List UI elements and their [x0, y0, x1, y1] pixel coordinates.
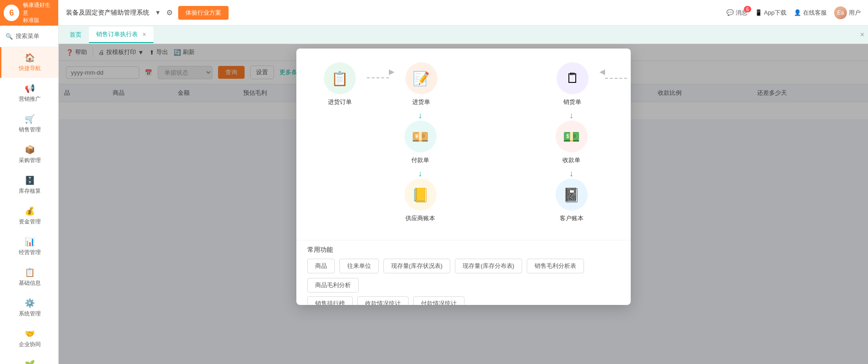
- common-btn-inventory-dist[interactable]: 现存量(库存分布表): [455, 259, 522, 273]
- flow-node-receipt-bill: 💵 收款单: [546, 120, 597, 164]
- home-icon: 🏠: [25, 53, 35, 63]
- sidebar-item-enterprise[interactable]: 🤝 企业协同: [0, 323, 58, 354]
- search-menu-button[interactable]: 🔍 搜索菜单: [4, 29, 55, 43]
- sidebar-item-operations[interactable]: 📊 经营管理: [0, 231, 58, 262]
- common-btn-sales-rank[interactable]: 销售排行榜: [307, 296, 353, 305]
- sales-bill-circle: 🗒: [557, 62, 589, 94]
- sidebar-item-inventory[interactable]: 🗄️ 库存核算: [0, 170, 58, 201]
- online-service-button[interactable]: 👤 在线客服: [794, 9, 827, 17]
- common-btn-inventory-status[interactable]: 现存量(库存状况表): [383, 259, 451, 273]
- sidebar-search-section: 🔍 搜索菜单: [0, 26, 58, 47]
- flow-node-sales-order: 📄 销售订单: [629, 62, 631, 106]
- customer-ledger-circle: 📓: [556, 179, 588, 211]
- logo-text: 畅康通好生意 标准版: [23, 1, 55, 24]
- payment-bill-circle: 💴: [404, 120, 437, 152]
- flow-row-1: 📋 进货订单 ▶: [315, 62, 612, 106]
- system-icon: ⚙️: [25, 298, 35, 308]
- purchase-order-circle: 📋: [324, 62, 356, 94]
- sidebar-item-newbie[interactable]: 🌱 新手引导: [0, 354, 58, 364]
- flow-node-supplier-ledger: 📒 供应商账本: [395, 179, 446, 223]
- sidebar-nav: 🏠 快捷导航 📢 营销推广 🛒 销售管理 📦 采购管理 🗄️ 库存核算 💰: [0, 47, 58, 364]
- flow-node-purchase-order: 📋 进货订单: [315, 62, 365, 106]
- common-buttons-row-2: 销售排行榜 收款情况统计 付款情况统计: [307, 296, 620, 305]
- flow-diagram-section: 📋 进货订单 ▶: [296, 49, 631, 236]
- common-btn-sales-gross[interactable]: 销售毛利分析表: [527, 259, 584, 273]
- sales-bill-label: 销货单: [563, 98, 581, 106]
- customer-ledger-label: 客户账本: [560, 214, 584, 223]
- arrow-sales-order-to-bill: ▶: [598, 67, 629, 102]
- logo-icon: 6: [4, 5, 19, 21]
- purchase-order-label: 进货订单: [328, 98, 352, 106]
- finance-icon: 💰: [25, 206, 35, 216]
- sidebar-item-quick-nav[interactable]: 🏠 快捷导航: [0, 47, 58, 78]
- message-icon: 💬: [726, 9, 734, 16]
- system-title: 装备及固定资产辅助管理系统: [66, 9, 149, 17]
- arrow-down-purchase-bill: ↓: [395, 111, 446, 120]
- inventory-icon: 🗄️: [25, 175, 35, 185]
- arrow-down-receipt-bill: ↓: [546, 169, 597, 179]
- purchase-bill-icon: 📝: [413, 71, 430, 87]
- sidebar-item-system[interactable]: ⚙️ 系统管理: [0, 293, 58, 323]
- payment-bill-icon: 💴: [412, 129, 429, 145]
- vertical-arrows-row-2: ↓ ↓: [315, 169, 612, 179]
- operations-icon: 📊: [25, 237, 35, 247]
- arrow-down-sales-bill: ↓: [546, 111, 597, 120]
- purchase-bill-label: 进货单: [412, 98, 430, 106]
- arrow-purchase-order-to-bill: ▶: [365, 67, 396, 102]
- flow-row-2: 💴 付款单 💵 收款单: [315, 120, 612, 164]
- common-btn-product-gross[interactable]: 商品毛利分析: [307, 278, 359, 293]
- customer-ledger-icon: 📓: [563, 187, 580, 203]
- sidebar-item-purchase[interactable]: 📦 采购管理: [0, 139, 58, 170]
- system-dropdown-button[interactable]: ▼: [155, 9, 161, 16]
- avatar: Ea: [834, 6, 847, 19]
- flow-node-sales-bill: 🗒 销货单: [547, 62, 598, 106]
- arrow-down-payment-bill: ↓: [395, 169, 446, 179]
- supplier-ledger-circle: 📒: [404, 179, 437, 211]
- close-all-tabs-button[interactable]: ×: [860, 31, 864, 39]
- purchase-order-icon: 📋: [331, 71, 348, 87]
- receipt-bill-icon: 💵: [563, 129, 580, 145]
- supplier-ledger-label: 供应商账本: [405, 214, 435, 223]
- download-icon: 📱: [755, 9, 762, 16]
- common-btn-receipt-stats[interactable]: 收款情况统计: [357, 296, 409, 305]
- flow-node-customer-ledger: 📓 客户账本: [546, 179, 597, 223]
- marketing-icon: 📢: [25, 83, 35, 93]
- receipt-bill-label: 收款单: [562, 156, 580, 164]
- user-profile-button[interactable]: Ea 用户: [834, 6, 861, 19]
- message-badge: 6: [744, 6, 751, 12]
- topbar-right-section: 💬 消息 6 📱 App下载 👤 在线客服 Ea 用户: [726, 6, 861, 19]
- tab-sales-order-exec[interactable]: 销售订单执行表 ×: [89, 27, 153, 43]
- tab-close-button[interactable]: ×: [142, 31, 146, 38]
- sidebar-item-marketing[interactable]: 📢 营销推广: [0, 78, 58, 109]
- common-btn-partner[interactable]: 往来单位: [339, 259, 379, 273]
- basic-info-icon: 📋: [25, 267, 35, 277]
- payment-bill-label: 付款单: [411, 156, 429, 164]
- sidebar-logo: 6 畅康通好生意 标准版: [0, 0, 58, 26]
- try-solution-button[interactable]: 体验行业方案: [178, 6, 229, 20]
- common-btn-payment-stats[interactable]: 付款情况统计: [413, 296, 464, 305]
- topbar: 装备及固定资产辅助管理系统 ▼ ⚙ 体验行业方案 💬 消息 6 📱 App下载 …: [59, 0, 868, 26]
- flow-row-3: 📒 供应商账本 📓 客户账本: [315, 179, 612, 223]
- settings-button[interactable]: ⚙: [166, 8, 173, 17]
- sidebar-item-basic-info[interactable]: 📋 基础信息: [0, 262, 58, 293]
- search-icon: 🔍: [5, 33, 13, 40]
- purchase-icon: 📦: [25, 145, 35, 155]
- common-buttons-row-1: 商品 往来单位 现存量(库存状况表) 现存量(库存分布表) 销售毛利分析表 商品…: [307, 259, 620, 293]
- common-functions-section: 常用功能 商品 往来单位 现存量(库存状况表) 现存量(库存分布表) 销售毛利分…: [296, 240, 631, 305]
- content-area: ❓ 帮助 🖨 按模板打印 ▼ ⬆ 导出 🔄 刷新: [59, 44, 868, 364]
- sales-bill-icon: 🗒: [566, 71, 579, 86]
- purchase-bill-circle: 📝: [405, 62, 437, 94]
- sidebar: 6 畅康通好生意 标准版 🔍 搜索菜单 🏠 快捷导航 📢 营销推广 🛒: [0, 0, 59, 364]
- app-download-button[interactable]: 📱 App下载: [755, 9, 786, 17]
- gear-icon: ⚙: [166, 9, 173, 16]
- main-content: 装备及固定资产辅助管理系统 ▼ ⚙ 体验行业方案 💬 消息 6 📱 App下载 …: [59, 0, 868, 364]
- sales-icon: 🛒: [25, 114, 35, 124]
- tab-home[interactable]: 首页: [62, 27, 89, 43]
- sidebar-item-sales[interactable]: 🛒 销售管理: [0, 109, 58, 139]
- flow-node-purchase-bill: 📝 进货单: [396, 62, 447, 106]
- sidebar-item-finance[interactable]: 💰 资金管理: [0, 201, 58, 231]
- message-button[interactable]: 💬 消息 6: [726, 9, 748, 17]
- flow-node-payment-bill: 💴 付款单: [395, 120, 446, 164]
- modal-overlay: 📋 进货订单 ▶: [59, 44, 868, 364]
- common-btn-product[interactable]: 商品: [307, 259, 335, 273]
